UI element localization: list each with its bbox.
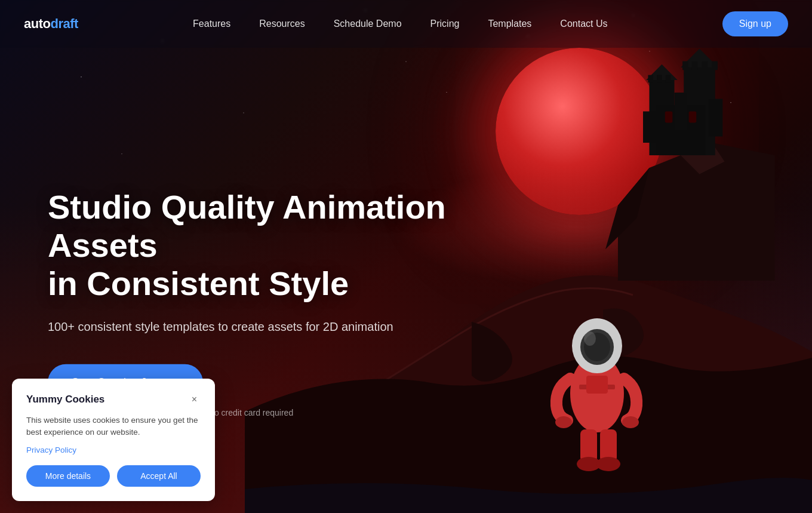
nav-links: Features Resources Schedule Demo Pricing… <box>193 19 607 29</box>
nav-link-features[interactable]: Features <box>193 19 230 29</box>
cookie-actions: More details Accept All <box>26 465 201 487</box>
logo[interactable]: autodraft <box>24 16 78 32</box>
cookie-close-button[interactable]: × <box>188 393 201 406</box>
more-details-button[interactable]: More details <box>26 465 110 487</box>
cookie-header: Yummy Cookies × <box>26 393 201 406</box>
navbar: autodraft Features Resources Schedule De… <box>0 0 812 48</box>
nav-item-features[interactable]: Features <box>193 19 230 29</box>
svg-rect-13 <box>712 62 718 70</box>
svg-rect-6 <box>657 75 662 83</box>
nav-item-schedule-demo[interactable]: Schedule Demo <box>334 19 402 29</box>
logo-text: autodraft <box>24 16 78 32</box>
nav-link-templates[interactable]: Templates <box>488 19 531 29</box>
svg-point-28 <box>622 416 639 428</box>
nav-link-contact-us[interactable]: Contact Us <box>560 19 607 29</box>
signup-button[interactable]: Sign up <box>722 11 788 36</box>
nav-item-resources[interactable]: Resources <box>259 19 304 29</box>
hero-title-line1: Studio Quality Animation Assets <box>48 188 446 263</box>
nav-item-templates[interactable]: Templates <box>488 19 531 29</box>
svg-rect-18 <box>643 112 656 143</box>
privacy-policy-link[interactable]: Privacy Policy <box>26 446 201 454</box>
svg-rect-12 <box>702 62 708 70</box>
svg-point-27 <box>555 416 572 428</box>
cookie-banner: Yummy Cookies × This website uses cookie… <box>12 379 215 502</box>
svg-rect-5 <box>648 75 653 83</box>
nav-link-schedule-demo[interactable]: Schedule Demo <box>334 19 402 29</box>
nav-link-resources[interactable]: Resources <box>259 19 304 29</box>
hero-subtitle: 100+ consistent style templates to creat… <box>48 317 454 335</box>
cookie-text: This website uses cookies to ensure you … <box>26 414 201 439</box>
svg-point-24 <box>584 331 596 346</box>
hero-title-line2: in Consistent Style <box>48 265 349 302</box>
astronaut-illustration <box>543 286 651 477</box>
nav-item-contact-us[interactable]: Contact Us <box>560 19 607 29</box>
svg-rect-16 <box>689 112 697 123</box>
svg-rect-15 <box>665 112 673 123</box>
svg-rect-7 <box>666 75 670 83</box>
cookie-title: Yummy Cookies <box>26 394 104 406</box>
svg-rect-17 <box>675 93 687 130</box>
nav-link-pricing[interactable]: Pricing <box>430 19 460 29</box>
svg-rect-11 <box>692 62 697 70</box>
accept-all-button[interactable]: Accept All <box>117 465 201 487</box>
hero-title: Studio Quality Animation Assets in Consi… <box>48 188 454 303</box>
svg-rect-10 <box>682 62 688 70</box>
svg-rect-19 <box>709 99 722 137</box>
nav-item-pricing[interactable]: Pricing <box>430 19 460 29</box>
castle-illustration <box>585 30 776 281</box>
svg-rect-26 <box>586 376 608 394</box>
svg-point-32 <box>596 457 620 471</box>
